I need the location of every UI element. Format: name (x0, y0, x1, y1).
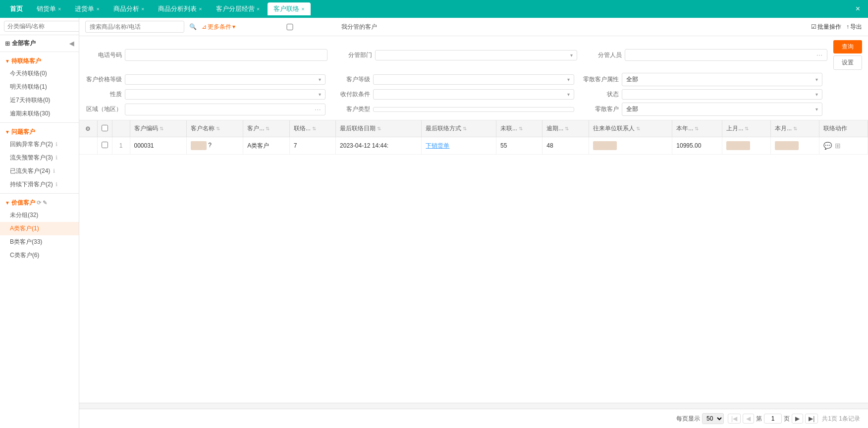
col-no-contact-days[interactable]: 未联... ⇅ (496, 120, 542, 137)
sidebar-search-area: 🔍 (0, 18, 79, 35)
col-company-contact[interactable]: 往来单位联系人 ⇅ (589, 120, 672, 137)
export-btn[interactable]: ↑ 导出 (846, 23, 862, 31)
pending-contact-group[interactable]: ▼ 待联络客户 (0, 54, 79, 67)
sidebar-class-c[interactable]: C类客户(6) (0, 249, 79, 262)
filter-payment: 收付款条件 ▾ (333, 89, 574, 100)
filter-row-4: 区域（地区） ··· 客户类型 零散客户 全部 ▾ (85, 103, 862, 116)
sidebar-repurchase-abnormal[interactable]: 回购异常客户(2) ℹ (0, 138, 79, 151)
nav-analysis-close[interactable]: × (141, 6, 144, 12)
sidebar-lost-customers[interactable]: 已流失客户(24) ℹ (0, 164, 79, 178)
nav-analysis-list[interactable]: 商品分析列表 × (152, 2, 208, 15)
settings-button[interactable]: 设置 (833, 55, 862, 70)
sidebar-loss-warning[interactable]: 流失预警客户(3) ℹ (0, 151, 79, 164)
payment-select[interactable]: ▾ (373, 89, 574, 100)
phone-input[interactable] (125, 49, 327, 61)
customer-type-select[interactable] (373, 107, 574, 112)
main-search-input[interactable] (85, 21, 184, 33)
info-icon-2: ℹ (53, 168, 55, 174)
sidebar-tomorrow-pending[interactable]: 明天待联络(1) (0, 80, 79, 94)
edit-icon[interactable]: ✎ (43, 200, 47, 206)
dept-select[interactable]: ▾ (375, 50, 578, 60)
nature-select[interactable]: ▾ (125, 89, 326, 100)
sidebar-class-b[interactable]: B类客户(33) (0, 235, 79, 249)
retail-attr-value: 全部 (626, 75, 638, 84)
col-last-contact-method[interactable]: 最后联络方式 ⇅ (422, 120, 496, 137)
row-last-contact-method[interactable]: 下销货单 (422, 137, 496, 155)
next-page-btn[interactable]: ▶ (792, 414, 803, 424)
nav-analysis-list-close[interactable]: × (199, 6, 202, 12)
col-check[interactable] (97, 120, 112, 137)
col-contact-count[interactable]: 联络... ⇅ (289, 120, 335, 137)
nav-purchase[interactable]: 进货单 × (69, 2, 105, 15)
sidebar-class-a[interactable]: A类客户(1) (0, 222, 79, 235)
my-customer-checkbox[interactable] (240, 24, 339, 30)
per-page-select[interactable]: 50 (702, 413, 724, 424)
info-icon-0: ℹ (55, 141, 57, 147)
nav-sales-close[interactable]: × (58, 6, 61, 12)
nav-customer-tier[interactable]: 客户分层经营 × (210, 2, 266, 15)
status-select[interactable]: ▾ (622, 89, 822, 100)
col-last-contact-date[interactable]: 最后联络日期 ⇅ (336, 120, 422, 137)
col-current-month[interactable]: 本月... ⇅ (771, 120, 819, 137)
collapse-icon: ◀ (69, 40, 74, 47)
nav-analysis[interactable]: 商品分析 × (108, 2, 150, 15)
contact-method-link[interactable]: 下销货单 (426, 142, 449, 149)
col-code[interactable]: 客户编码 ⇅ (130, 120, 186, 137)
price-level-select[interactable]: ▾ (125, 74, 326, 85)
customer-level-label: 客户等级 (333, 75, 373, 84)
link-icon[interactable]: ⊞ (835, 142, 841, 150)
horizontal-scrollbar[interactable] (79, 403, 868, 409)
chat-icon[interactable]: 💬 (823, 142, 832, 150)
main-search-icon[interactable]: 🔍 (189, 23, 197, 30)
refresh-icon[interactable]: ⟳ (37, 200, 41, 206)
sidebar-all-customers-header[interactable]: ⊞ 全部客户 ◀ (0, 35, 79, 50)
name-color-block (191, 141, 207, 150)
select-all-checkbox[interactable] (102, 125, 108, 131)
sort-icon-contact-count: ⇅ (312, 126, 316, 131)
person-select[interactable]: ··· (625, 49, 827, 61)
nav-home[interactable]: 首页 (4, 2, 29, 15)
col-name[interactable]: 客户名称 ⇅ (186, 120, 243, 137)
pending-contact-label: 待联络客户 (11, 57, 41, 65)
col-overdue-days[interactable]: 逾期... ⇅ (542, 120, 589, 137)
sidebar-unclassified[interactable]: 未分组(32) (0, 209, 79, 222)
sidebar-week-pending[interactable]: 近7天待联络(0) (0, 94, 79, 107)
sidebar-today-pending[interactable]: 今天待联络(0) (0, 67, 79, 80)
col-gear[interactable]: ⚙ (79, 120, 97, 137)
sidebar-overdue-pending[interactable]: 逾期未联络(30) (0, 107, 79, 120)
row-code[interactable]: 000031 (130, 137, 186, 155)
row-company-contact (589, 137, 672, 155)
nav-purchase-close[interactable]: × (96, 6, 99, 12)
nav-customer-contact-close[interactable]: × (301, 6, 304, 12)
batch-op-btn[interactable]: ☑ 批量操作 (811, 23, 841, 31)
current-month-block (775, 141, 799, 150)
customer-level-select[interactable]: ▾ (373, 74, 574, 85)
nav-customer-contact[interactable]: 客户联络 × (268, 2, 310, 15)
close-all-tabs[interactable]: × (852, 2, 864, 15)
row-name[interactable]: ? (186, 137, 243, 155)
region-select[interactable]: ··· (125, 104, 326, 115)
content-area: 🔍 ⊿ 更多条件 ▾ 我分管的客户 ☑ 批量操作 ↑ 导出 (79, 18, 868, 428)
my-customer-filter[interactable]: 我分管的客户 (240, 23, 377, 31)
col-current-year[interactable]: 本年... ⇅ (672, 120, 722, 137)
nav-sales[interactable]: 销货单 × (31, 2, 67, 15)
nav-customer-tier-close[interactable]: × (257, 6, 260, 12)
sidebar-declining-customers[interactable]: 持续下滑客户(2) ℹ (0, 178, 79, 191)
funnel-icon: ⊿ (202, 23, 207, 30)
query-button[interactable]: 查询 (833, 40, 862, 54)
sidebar-search-input[interactable] (4, 21, 79, 32)
page-input[interactable] (764, 414, 782, 424)
prev-page-btn[interactable]: ◀ (743, 414, 754, 424)
retail-customer-select[interactable]: 全部 ▾ (622, 103, 822, 116)
retail-attr-select[interactable]: 全部 ▾ (622, 73, 822, 86)
row-check[interactable] (97, 137, 112, 155)
value-customers-group[interactable]: ▼ 价值客户 ⟳ ✎ (0, 196, 79, 209)
row-checkbox[interactable] (102, 142, 108, 148)
problem-customers-group[interactable]: ▼ 问题客户 (0, 125, 79, 138)
first-page-btn[interactable]: |◀ (728, 414, 741, 424)
retail-attr-arrow: ▾ (815, 77, 818, 82)
col-last-month[interactable]: 上月... ⇅ (722, 120, 771, 137)
last-page-btn[interactable]: ▶| (805, 414, 818, 424)
more-conditions-btn[interactable]: ⊿ 更多条件 ▾ (202, 23, 235, 31)
col-level[interactable]: 客户... ⇅ (243, 120, 289, 137)
